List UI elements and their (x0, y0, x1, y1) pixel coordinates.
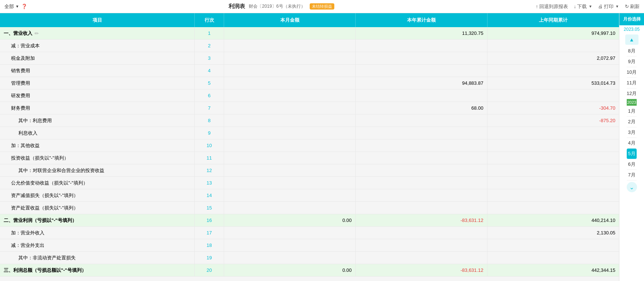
refresh-button[interactable]: ↻ 刷新 (625, 3, 640, 10)
cell-row-number: 6 (195, 90, 224, 102)
cell-item: 公允价值变动收益（损失以"-"填列） (0, 177, 195, 189)
sidebar-month-item[interactable]: 11月 (627, 78, 637, 88)
sidebar: 月份选择 2023.05 ▲ 8月9月10月11月12月20231月2月3月4月… (619, 13, 644, 281)
table-row: 减：营业外支出18 (0, 239, 619, 252)
cell-row-number: 12 (195, 164, 224, 176)
cell-item: 减：营业外支出 (0, 239, 195, 251)
cell-prev-amount (488, 239, 619, 251)
cell-month-amount (224, 177, 356, 189)
cell-ytd-amount (356, 239, 487, 251)
cell-prev-amount (488, 139, 619, 152)
table-row: 加：营业外收入172,130.05 (0, 227, 619, 239)
download-dropdown-icon: ▼ (589, 4, 592, 8)
item-label: 税金及附加 (11, 55, 35, 62)
cell-month-amount (224, 65, 356, 77)
item-label: 公允价值变动收益（损失以"-"填列） (11, 180, 88, 186)
cell-prev-amount (488, 127, 619, 139)
back-to-original-button[interactable]: ↑ 回退到原报表 (536, 3, 568, 10)
sidebar-month-item[interactable]: 4月 (627, 138, 637, 149)
item-label: 加：营业外收入 (11, 230, 44, 236)
cell-row-number: 4 (195, 65, 224, 77)
cell-row-number: 15 (195, 202, 224, 214)
cell-item: 减：营业成本 (0, 40, 195, 52)
table-row: 减：营业成本2 (0, 40, 619, 52)
cell-ytd-amount (356, 202, 487, 214)
cell-ytd-amount: 94,883.87 (356, 77, 487, 89)
print-dropdown-icon: ▼ (615, 4, 619, 8)
cell-month-amount (224, 139, 356, 152)
cell-row-number: 20 (195, 264, 224, 276)
cell-month-amount (224, 127, 356, 139)
all-dropdown[interactable]: 全部 ▼ (4, 3, 19, 10)
cell-prev-amount: 440,214.10 (488, 214, 619, 226)
cell-month-amount (224, 52, 356, 64)
cell-item: 三、利润总额（亏损总额以"-"号填列） (0, 264, 195, 276)
item-label: 投资收益（损失以"-"填列） (11, 155, 69, 161)
edit-icon[interactable]: ✏ (35, 30, 39, 36)
cell-prev-amount (488, 40, 619, 52)
cell-month-amount (224, 77, 356, 89)
sidebar-month-item[interactable]: 7月 (627, 170, 637, 180)
sidebar-month-item[interactable]: 3月 (627, 127, 637, 138)
sidebar-month-item[interactable]: 2023 (627, 99, 637, 106)
item-label: 减：营业成本 (11, 43, 40, 49)
cell-month-amount (224, 40, 356, 52)
cell-month-amount (224, 102, 356, 114)
header-ytd: 本年累计金额 (356, 13, 487, 27)
header-item: 项目 (0, 13, 195, 27)
table-row: 其中：对联营企业和合营企业的投资收益12 (0, 164, 619, 177)
cell-ytd-amount (356, 164, 487, 176)
sidebar-month-item[interactable]: 12月 (627, 88, 637, 99)
cell-item: 二、营业利润（亏损以"-"号填列） (0, 214, 195, 226)
table-row: 其中：利息费用8-875.20 (0, 114, 619, 127)
sidebar-month-item[interactable]: 2月 (627, 117, 637, 127)
cell-ytd-amount (356, 252, 487, 264)
item-label: 一、营业收入 (4, 30, 32, 37)
cell-row-number: 11 (195, 152, 224, 164)
sidebar-month-item[interactable]: 8月 (627, 46, 637, 56)
cell-row-number: 2 (195, 40, 224, 52)
cell-month-amount (224, 27, 356, 39)
sidebar-month-item[interactable]: 1月 (627, 106, 637, 117)
download-button[interactable]: ↓ 下载 ▼ (574, 3, 592, 10)
cell-prev-amount: -304.70 (488, 102, 619, 114)
sidebar-month-item[interactable]: 6月 (627, 159, 637, 170)
cell-item: 其中：对联营企业和合营企业的投资收益 (0, 164, 195, 176)
cell-item: 管理费用 (0, 77, 195, 89)
table-row: 管理费用594,883.87533,014.73 (0, 77, 619, 90)
table-row: 投资收益（损失以"-"填列）11 (0, 152, 619, 164)
sidebar-month-item[interactable]: 9月 (627, 56, 637, 67)
sidebar-date: 2023.05 (624, 25, 640, 33)
help-icon[interactable]: ❓ (21, 4, 27, 9)
cell-prev-amount (488, 65, 619, 77)
cell-ytd-amount: 68.00 (356, 102, 487, 114)
cell-row-number: 14 (195, 189, 224, 201)
cell-ytd-amount: 11,320.75 (356, 27, 487, 39)
cell-prev-amount (488, 90, 619, 102)
sidebar-month-item[interactable]: 10月 (627, 67, 637, 78)
table-row: 一、营业收入✏111,320.75974,997.10 (0, 27, 619, 40)
table-row: 加：其他收益10 (0, 139, 619, 152)
cell-item: 利息收入 (0, 127, 195, 139)
sidebar-up-button[interactable]: ▲ (625, 34, 638, 45)
cell-row-number: 8 (195, 114, 224, 127)
cell-prev-amount: 974,997.10 (488, 27, 619, 39)
cell-item: 一、营业收入✏ (0, 27, 195, 39)
item-label: 资产处置收益（损失以"-"填列） (11, 205, 78, 211)
cell-prev-amount (488, 252, 619, 264)
cell-ytd-amount (356, 114, 487, 127)
cell-month-amount: 0.00 (224, 264, 356, 276)
cell-prev-amount: 2,130.05 (488, 227, 619, 239)
cell-item: 加：其他收益 (0, 139, 195, 152)
cell-ytd-amount (356, 227, 487, 239)
cell-item: 税金及附加 (0, 52, 195, 64)
sidebar-month-item[interactable]: 5月 (627, 149, 637, 159)
sidebar-expand-button[interactable]: ⌄ (627, 182, 637, 192)
table-row: 资产减值损失（损失以"-"填列）14 (0, 189, 619, 202)
main-container: 项目 行次 本月金额 本年累计金额 上年同期累计 一、营业收入✏111,320.… (0, 13, 644, 281)
cell-month-amount (224, 164, 356, 176)
cell-prev-amount: -875.20 (488, 114, 619, 127)
header-month: 本月金额 (224, 13, 356, 27)
table-row: 公允价值变动收益（损失以"-"填列）13 (0, 177, 619, 189)
print-button[interactable]: 🖨 打印 ▼ (598, 3, 619, 10)
